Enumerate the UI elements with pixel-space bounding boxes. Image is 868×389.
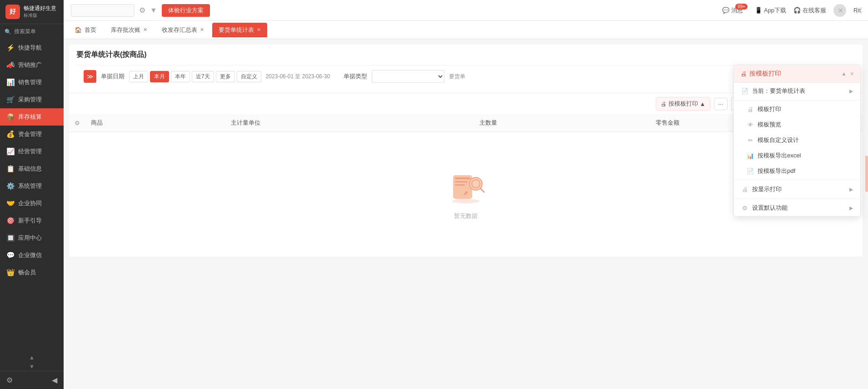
tab-close-icon[interactable]: ✕ (200, 27, 204, 33)
dropdown-default-func-label: 设置默认功能 (752, 204, 788, 212)
sidebar-item-label: 经营管理 (18, 147, 42, 156)
marketing-icon: 📣 (6, 61, 15, 69)
sidebar-item-label: 资金管理 (18, 130, 42, 138)
print-btn[interactable]: 🖨 按模板打印 ▲ (656, 97, 711, 111)
tab-home[interactable]: 🏠 首页 (68, 23, 103, 37)
dropdown-item-template-print[interactable]: 🖨 模板打印 (734, 101, 860, 117)
chevron-up-print-icon[interactable]: ▲ (841, 71, 847, 77)
trial-btn[interactable]: 体验行业方案 (162, 4, 210, 17)
topbar-gear-icon[interactable]: ⚙ (139, 6, 145, 15)
dropdown-item-template-design[interactable]: ✏ 模板自定义设计 (734, 132, 860, 148)
tab-receipt-summary[interactable]: 收发存汇总表 ✕ (155, 23, 210, 37)
type-filter-select[interactable] (372, 70, 444, 83)
doc-icon: 📄 (741, 88, 748, 95)
svg-point-0 (452, 199, 479, 203)
message-icon: 💬 (722, 7, 729, 14)
tab-close-icon[interactable]: ✕ (143, 27, 147, 33)
sidebar-item-label: 应用中心 (18, 234, 42, 242)
printer-dropdown-icon: 🖨 (740, 70, 747, 77)
print-dropdown-header: 🖨 按模板打印 ▲ × (734, 65, 860, 83)
sidebar-item-label: 新手引导 (18, 217, 42, 225)
order-type-value: 要货单 (449, 73, 465, 81)
message-badge: 99+ (735, 4, 748, 10)
dropdown-item-default-func[interactable]: ⚙ 设置默认功能 ▶ (734, 200, 860, 216)
sidebar-item-basic[interactable]: 📋 基础信息 (0, 160, 64, 177)
pdf-icon: 📄 (747, 168, 754, 175)
chevron-right-icon-2: ▶ (849, 187, 853, 192)
tabs-bar: 🏠 首页 库存批次账 ✕ 收发存汇总表 ✕ 要货单统计表 ✕ (64, 21, 868, 39)
col-unit: 主计量单位 (225, 114, 474, 132)
sidebar-item-guide[interactable]: 🎯 新手引导 (0, 212, 64, 229)
date-btn-this-month[interactable]: 本月 (150, 71, 169, 82)
dropdown-item-export-pdf[interactable]: 📄 按模板导出pdf (734, 163, 860, 179)
tab-inventory-batch[interactable]: 库存批次账 ✕ (105, 23, 154, 37)
online-service-btn[interactable]: 🎧 在线客服 (793, 6, 826, 15)
member-icon: 👑 (6, 268, 15, 277)
date-btn-7days[interactable]: 近7天 (192, 71, 214, 82)
dropdown-item-display-print[interactable]: 🖨 按显示打印 ▶ (734, 181, 860, 197)
gear-icon-sm: ⚙ (741, 205, 748, 212)
sidebar-item-sales[interactable]: 📊 销售管理 (0, 74, 64, 91)
app-download-btn[interactable]: 📱 App下载 (755, 6, 786, 15)
topbar-search-input[interactable] (71, 4, 135, 17)
scrollbar (865, 156, 868, 192)
sidebar-item-label: 采购管理 (18, 96, 42, 104)
more-options-btn[interactable]: ··· (714, 98, 727, 110)
sidebar-item-quicknav[interactable]: ⚡ 快捷导航 (0, 39, 64, 56)
dropdown-item-template-preview[interactable]: 👁 模板预览 (734, 117, 860, 132)
home-icon: 🏠 (75, 26, 82, 33)
sidebar-item-system[interactable]: ⚙️ 系统管理 (0, 177, 64, 195)
system-icon: ⚙️ (6, 182, 15, 190)
filter-expand-btn[interactable]: ≫ (84, 70, 96, 83)
message-btn[interactable]: 💬 消息 99+ (722, 6, 743, 15)
dropdown-template-print-label: 模板打印 (758, 105, 781, 113)
collapse-icon[interactable]: ◀ (52, 376, 57, 384)
sidebar-scroll-down[interactable]: ▼ (0, 362, 64, 371)
sidebar-scroll-up[interactable]: ▲ (0, 353, 64, 362)
tab-order-stats[interactable]: 要货单统计表 ✕ (212, 23, 267, 37)
search-menu-item[interactable]: 🔍 搜索菜单 (0, 24, 64, 39)
date-btn-this-year[interactable]: 本年 (171, 71, 190, 82)
table-settings-gear[interactable]: ⚙ (75, 120, 80, 126)
sidebar-bottom: ⚙ ◀ (0, 371, 64, 389)
dropdown-display-print-label: 按显示打印 (752, 185, 782, 193)
finance-icon: 💰 (6, 130, 15, 138)
dropdown-item-current[interactable]: 📄 当前：要货单统计表 ▶ (734, 83, 860, 99)
type-filter-label: 单据类型 (344, 72, 367, 81)
svg-line-7 (480, 188, 484, 192)
sidebar-item-apps[interactable]: 🔲 应用中心 (0, 229, 64, 247)
purchase-icon: 🛒 (6, 96, 15, 104)
printer-icon-sm: 🖨 (747, 106, 754, 113)
apps-icon: 🔲 (6, 234, 15, 242)
sidebar-item-operations[interactable]: 📈 经营管理 (0, 143, 64, 160)
sidebar-item-member[interactable]: 👑 畅会员 (0, 264, 64, 281)
app-version: 标准版 (24, 12, 56, 19)
sidebar-item-purchase[interactable]: 🛒 采购管理 (0, 91, 64, 108)
empty-text: 暂无数据 (454, 212, 478, 220)
content-area: 要货单统计表(按商品) ≫ 单据日期 上月 本月 本年 近7天 更多 自定义 2… (64, 39, 868, 389)
print-dropdown-close-btn[interactable]: × (850, 70, 854, 77)
tab-receipt-summary-label: 收发存汇总表 (162, 26, 197, 34)
sidebar-item-finance[interactable]: 💰 资金管理 (0, 126, 64, 143)
basic-icon: 📋 (6, 165, 15, 173)
wechat-icon: 💬 (6, 251, 15, 259)
topbar-dropdown-icon[interactable]: ▼ (150, 6, 157, 15)
date-btn-last-month[interactable]: 上月 (129, 71, 148, 82)
tab-close-icon[interactable]: ✕ (257, 27, 261, 33)
online-service-label: 在线客服 (803, 6, 826, 15)
sidebar-item-wechat[interactable]: 💬 企业微信 (0, 247, 64, 264)
date-btn-more[interactable]: 更多 (216, 71, 235, 82)
settings-icon[interactable]: ⚙ (6, 376, 13, 384)
date-btn-custom[interactable]: 自定义 (237, 71, 261, 82)
divider (734, 100, 860, 101)
sidebar-item-inventory[interactable]: 📦 库存核算 (0, 108, 64, 126)
maximize-btn[interactable]: ⛶ (850, 0, 868, 21)
sidebar-item-marketing[interactable]: 📣 营销推广 (0, 56, 64, 74)
close-btn[interactable]: ✕ (832, 0, 850, 21)
edit-icon: ✏ (747, 137, 754, 144)
headset-icon: 🎧 (793, 7, 801, 14)
dropdown-item-export-excel[interactable]: 📊 按模板导出excel (734, 148, 860, 163)
dropdown-export-excel-label: 按模板导出excel (758, 152, 801, 160)
sidebar-item-collab[interactable]: 🤝 企业协同 (0, 195, 64, 212)
app-name: 畅捷通好生意 (24, 5, 56, 12)
